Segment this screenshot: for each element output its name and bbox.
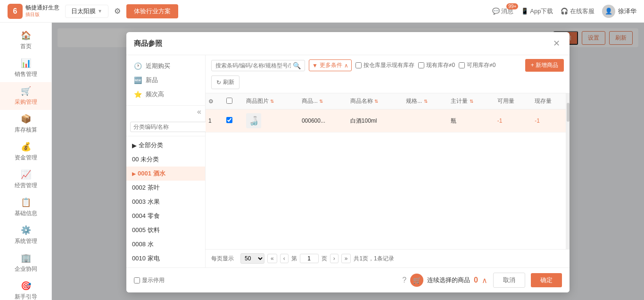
category-item-wine[interactable]: ▶ 0001 酒水	[126, 167, 205, 181]
col-spec-header: 规格... ⇅	[403, 93, 448, 109]
category-search-input[interactable]	[130, 122, 207, 132]
gear-icon[interactable]: ⚙	[114, 7, 121, 16]
cat-label-drinks: 0005 饮料	[132, 226, 160, 234]
non-zero-stock-filter[interactable]: 现有库存≠0	[418, 61, 455, 69]
sidebar-item-enterprise[interactable]: 🏢 企业协同	[0, 249, 51, 277]
prev-page-button[interactable]: ‹	[280, 254, 289, 263]
refresh-label: 刷新	[223, 78, 234, 86]
column-settings-icon[interactable]: ⚙	[208, 98, 214, 105]
user-menu[interactable]: 👤 徐泽华	[602, 5, 636, 18]
product-search-icon[interactable]: 🔍	[293, 62, 301, 69]
available-stock-checkbox[interactable]	[459, 62, 465, 68]
cart-collapse-icon[interactable]: ∧	[482, 276, 487, 285]
category-list: ▶ 全部分类 00 未分类 ▶ 0001 酒水 0002 茶	[126, 136, 205, 267]
filter-icon: ▼	[312, 62, 318, 69]
non-zero-stock-checkbox[interactable]	[418, 62, 424, 68]
warehouse-stock-filter[interactable]: 按仓库显示现有库存	[355, 61, 414, 69]
message-button[interactable]: 💬 99+ 消息	[492, 7, 514, 16]
collapse-panel-icon[interactable]: «	[197, 108, 201, 116]
sidebar-item-home[interactable]: 🏠 首页	[0, 26, 51, 54]
app-download-button[interactable]: 📱 App下载	[521, 7, 553, 16]
category-item-drinks[interactable]: 0005 饮料	[126, 223, 205, 237]
logo-sub: 插目版	[25, 11, 59, 18]
warehouse-stock-label: 按仓库显示现有库存	[363, 61, 414, 69]
new-products-button[interactable]: 🆕 新品	[130, 73, 201, 87]
logo: 6 畅捷通好生意 插目版	[8, 4, 59, 19]
category-search-box: 🔍	[126, 118, 205, 136]
last-page-button[interactable]: »	[341, 254, 351, 263]
cat-label-fruit: 0003 水果	[132, 198, 160, 206]
help-icon[interactable]: ?	[402, 276, 406, 284]
page-suffix: 页	[322, 255, 327, 263]
logo-text: 畅捷通好生意	[25, 4, 59, 12]
row-stock-cell: -1	[532, 109, 570, 133]
select-all-checkbox[interactable]	[226, 98, 232, 104]
refresh-button[interactable]: ↻ 刷新	[211, 75, 239, 89]
first-page-button[interactable]: «	[267, 254, 277, 263]
table-row[interactable]: 1 🍶 000600... 白酒100ml	[206, 109, 570, 133]
show-disabled-checkbox[interactable]	[134, 277, 140, 283]
sidebar-item-operation[interactable]: 📈 经营管理	[0, 166, 51, 193]
cart-icon[interactable]: 🛒	[410, 274, 423, 287]
product-thumbnail: 🍶	[246, 113, 261, 128]
sidebar-item-system[interactable]: ⚙️ 系统管理	[0, 221, 51, 249]
cat-label-wine: 0001 酒水	[138, 169, 165, 178]
sort-spec-icon[interactable]: ⇅	[424, 99, 428, 104]
page-number-input[interactable]	[300, 254, 319, 263]
add-product-button[interactable]: + 新增商品	[525, 59, 564, 72]
sidebar-label-basic: 基础信息	[15, 209, 37, 217]
modal-close-button[interactable]: ✕	[551, 38, 562, 49]
sort-unit-icon[interactable]: ⇅	[470, 99, 473, 104]
scroll-thumb	[567, 103, 570, 122]
category-item-all[interactable]: ▶ 全部分类	[126, 138, 205, 152]
sidebar-item-finance[interactable]: 💰 资金管理	[0, 138, 51, 166]
confirm-button[interactable]: 确定	[531, 273, 562, 287]
experience-button[interactable]: 体验行业方案	[126, 4, 178, 18]
star-icon: ⭐	[134, 91, 142, 98]
next-page-button[interactable]: ›	[330, 254, 339, 263]
row-checkbox-cell[interactable]	[223, 109, 243, 133]
available-stock-filter[interactable]: 可用库存≠0	[459, 61, 495, 69]
sidebar-item-basic[interactable]: 📋 基础信息	[0, 193, 51, 221]
sidebar: 🏠 首页 📊 销售管理 🛒 采购管理 📦 库存核算 💰 资金管理 📈 经营管理 …	[0, 23, 52, 300]
scrollbar[interactable]	[566, 93, 570, 249]
sidebar-item-guide[interactable]: 🎯 新手引导	[0, 277, 51, 300]
sidebar-label-sales: 销售管理	[15, 70, 37, 78]
page-size-select[interactable]: 10 20 50 100	[240, 253, 264, 264]
col-checkbox	[223, 93, 243, 109]
show-disabled-label[interactable]: 显示停用	[134, 276, 165, 284]
nav-right: 💬 99+ 消息 📱 App下载 🎧 在线客服 👤 徐泽华	[492, 5, 636, 18]
sort-code-icon[interactable]: ⇅	[319, 99, 323, 104]
recent-purchase-button[interactable]: 🕐 近期购买	[130, 59, 201, 73]
cart-section: ? 🛒 连续选择的商品 0 ∧	[402, 274, 487, 287]
page-word: 第	[291, 255, 297, 263]
headset-icon: 🎧	[561, 8, 568, 15]
sidebar-item-sales[interactable]: 📊 销售管理	[0, 54, 51, 82]
customer-service-button[interactable]: 🎧 在线客服	[561, 7, 594, 16]
modal-header: 商品参照 ✕	[126, 32, 570, 55]
sort-image-icon[interactable]: ⇅	[270, 99, 274, 104]
new-icon: 🆕	[134, 76, 142, 84]
product-search-input[interactable]	[215, 62, 291, 69]
category-item-fruit[interactable]: 0003 水果	[126, 195, 205, 209]
modal-overlay[interactable]: 商品参照 ✕ 🕐 近期购买 🆕	[52, 23, 644, 300]
category-item-water[interactable]: 0008 水	[126, 237, 205, 251]
warehouse-stock-checkbox[interactable]	[355, 62, 362, 68]
pagination: 每页显示 10 20 50 100 « ‹ 第 页	[206, 249, 570, 267]
cancel-button[interactable]: 取消	[493, 273, 525, 288]
frequent-button[interactable]: ⭐ 频次高	[130, 87, 201, 101]
row-available-cell: -1	[495, 109, 532, 133]
new-label: 新品	[146, 76, 158, 84]
sort-name-icon[interactable]: ⇅	[374, 99, 378, 104]
sidebar-item-inventory[interactable]: 📦 库存核算	[0, 110, 51, 138]
row-select-checkbox[interactable]	[226, 117, 232, 123]
category-item-tea[interactable]: 0002 茶叶	[126, 181, 205, 195]
col-settings[interactable]: ⚙	[206, 93, 223, 109]
sidebar-item-purchase[interactable]: 🛒 采购管理	[0, 82, 51, 110]
category-item-snack[interactable]: 0004 零食	[126, 209, 205, 223]
more-filter-button[interactable]: ▼ 更多条件 ∧	[309, 59, 352, 71]
store-selector[interactable]: 日太阳膜 ▼	[65, 5, 108, 18]
category-item-unclassified[interactable]: 00 未分类	[126, 152, 205, 167]
category-item-appliance[interactable]: 0010 家电	[126, 251, 205, 266]
operation-icon: 📈	[21, 169, 31, 180]
